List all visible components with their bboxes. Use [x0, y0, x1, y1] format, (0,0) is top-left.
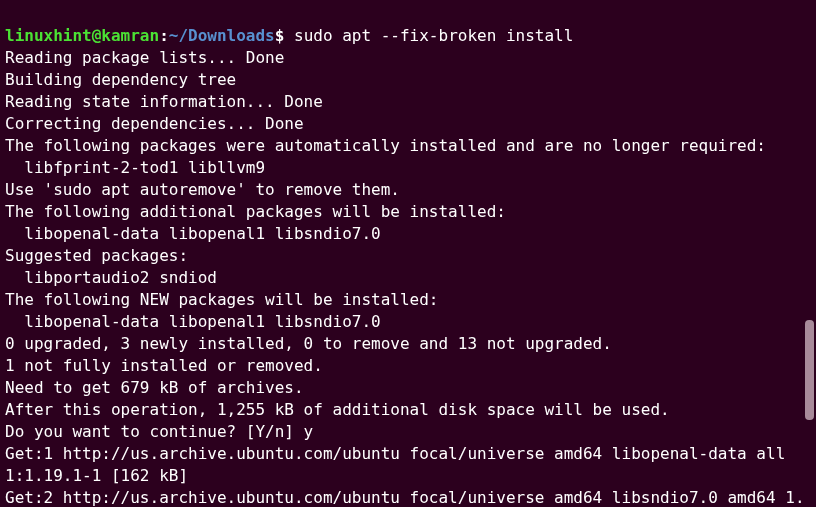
output-line: Get:2 http://us.archive.ubuntu.com/ubunt…	[5, 488, 805, 507]
output-line: The following additional packages will b…	[5, 202, 506, 221]
terminal-output[interactable]: linuxhint@kamran:~/Downloads$ sudo apt -…	[5, 3, 811, 507]
output-line: Do you want to continue? [Y/n] y	[5, 422, 313, 441]
prompt-colon: :	[159, 26, 169, 45]
output-line: Building dependency tree	[5, 70, 236, 89]
prompt-path: ~/Downloads	[169, 26, 275, 45]
prompt-user-host: linuxhint@kamran	[5, 26, 159, 45]
output-line: The following packages were automaticall…	[5, 136, 766, 155]
output-line: 0 upgraded, 3 newly installed, 0 to remo…	[5, 334, 612, 353]
output-line: libfprint-2-tod1 libllvm9	[5, 158, 265, 177]
output-line: libportaudio2 sndiod	[5, 268, 217, 287]
output-line: Reading package lists... Done	[5, 48, 284, 67]
prompt-dollar: $	[275, 26, 294, 45]
command-text: sudo apt --fix-broken install	[294, 26, 573, 45]
output-line: The following NEW packages will be insta…	[5, 290, 438, 309]
output-line: Use 'sudo apt autoremove' to remove them…	[5, 180, 400, 199]
output-line: libopenal-data libopenal1 libsndio7.0	[5, 224, 381, 243]
scrollbar-thumb[interactable]	[805, 320, 814, 420]
output-line: Suggested packages:	[5, 246, 188, 265]
output-line: After this operation, 1,255 kB of additi…	[5, 400, 670, 419]
output-line: Correcting dependencies... Done	[5, 114, 304, 133]
output-line: 1 not fully installed or removed.	[5, 356, 323, 375]
output-line: Reading state information... Done	[5, 92, 323, 111]
output-line: libopenal-data libopenal1 libsndio7.0	[5, 312, 381, 331]
output-line: Need to get 679 kB of archives.	[5, 378, 304, 397]
output-line: Get:1 http://us.archive.ubuntu.com/ubunt…	[5, 444, 795, 485]
